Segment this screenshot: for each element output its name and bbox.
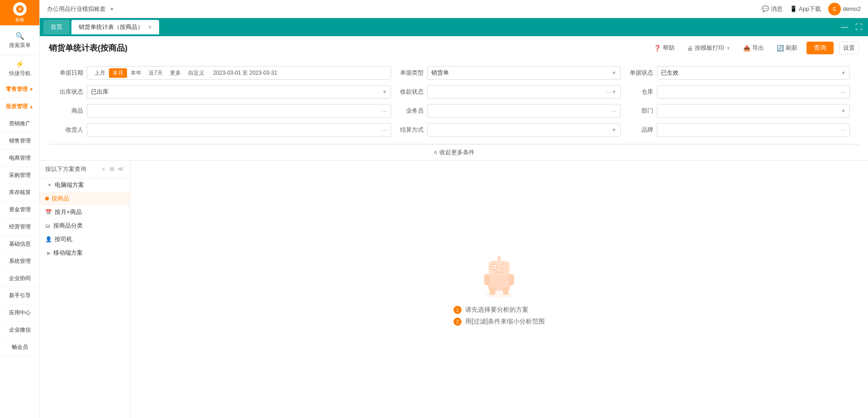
collapse-btn[interactable]: ∧ 收起更多条件 — [49, 144, 859, 160]
tab-close-icon[interactable]: ✕ — [148, 24, 152, 30]
sidebar-item-system[interactable]: 系统管理 — [0, 253, 39, 270]
tab-home[interactable]: 首页 — [43, 20, 70, 34]
sidebar-item-operations[interactable]: 经营管理 — [0, 218, 39, 236]
sidebar-item-marketing[interactable]: 营销推广 — [0, 115, 39, 133]
tab-report[interactable]: 销货单统计表（按商品） ✕ — [71, 20, 159, 34]
payment-dropdown-icon[interactable]: ▼ — [612, 89, 617, 95]
date-tab-more[interactable]: 更多 — [166, 68, 184, 78]
tree-pc-group[interactable]: ▼ 电脑端方案 — [40, 178, 130, 192]
brand-dots[interactable]: ··· — [840, 126, 846, 133]
sidebar-item-basic[interactable]: 基础信息 — [0, 236, 39, 253]
help-btn[interactable]: ❓ 帮助 — [650, 42, 678, 54]
warehouse-dots[interactable]: ··· — [840, 88, 846, 95]
content-area: 销货单统计表(按商品) ❓ 帮助 🖨 按模板打印 ▼ 📤 导出 — [40, 36, 868, 418]
tree-node-by-category[interactable]: 🗂 按商品分类 — [40, 219, 130, 233]
app-download-btn[interactable]: 📱 App下载 — [790, 5, 821, 13]
export-btn[interactable]: 📤 导出 — [740, 42, 768, 54]
dept-control[interactable]: ▼ — [657, 104, 850, 118]
add-scheme-btn[interactable]: ＋ — [100, 165, 107, 173]
node-by-product-label: 按商品 — [52, 195, 69, 203]
mobile-group-arrow: ▶ — [47, 250, 51, 256]
type-dropdown-icon[interactable]: ▼ — [612, 70, 617, 76]
wholesale-arrow: ▲ — [29, 104, 33, 109]
sidebar-item-purchase[interactable]: 采购管理 — [0, 167, 39, 184]
date-label: 单据日期 — [58, 69, 83, 77]
sidebar-item-finance[interactable]: 资金管理 — [0, 201, 39, 218]
sidebar-item-inventory[interactable]: 库存核算 — [0, 184, 39, 201]
tab-maximize-btn[interactable]: ⛶ — [854, 21, 864, 33]
status-dropdown-icon[interactable]: ▼ — [841, 70, 846, 76]
brand-control[interactable]: ··· — [657, 123, 850, 137]
sidebar-search-section[interactable]: 🔍 搜索菜单 — [0, 25, 39, 56]
date-tab-year[interactable]: 本年 — [127, 68, 145, 78]
out-status-control[interactable]: 已出库 ▼ — [87, 85, 391, 99]
filter-dept: 部门 ▼ — [628, 104, 850, 118]
print-btn[interactable]: 🖨 按模板打印 ▼ — [684, 42, 734, 54]
settlement-control[interactable]: ▼ — [427, 123, 620, 137]
sidebar-item-member[interactable]: 畅会员 — [0, 339, 39, 356]
basic-label: 基础信息 — [9, 241, 31, 247]
settings-btn[interactable]: 设置 — [839, 42, 859, 54]
tree-node-by-product[interactable]: 按商品 — [40, 192, 130, 205]
sidebar-item-collab[interactable]: 企业协同 — [0, 270, 39, 287]
brand-input[interactable] — [661, 127, 841, 133]
date-tab-7days[interactable]: 近7天 — [145, 68, 166, 78]
settlement-dropdown-icon[interactable]: ▼ — [612, 127, 617, 133]
page-title-row: 销货单统计表(按商品) ❓ 帮助 🖨 按模板打印 ▼ 📤 导出 — [49, 42, 859, 54]
salesperson-control[interactable]: ··· — [427, 104, 620, 118]
date-tab-prev[interactable]: 上月 — [91, 68, 109, 78]
settlement-input[interactable] — [431, 127, 612, 133]
print-arrow: ▼ — [726, 46, 731, 51]
tab-minimize-btn[interactable]: — — [839, 21, 850, 33]
date-control[interactable]: 上月 本月 本年 近7天 更多 自定义 2023-03-01 至 2023-03… — [87, 66, 391, 80]
tree-mobile-group[interactable]: ▶ 移动端方案 — [40, 246, 130, 260]
type-control[interactable]: 销货单 ▼ — [427, 66, 620, 80]
app-dropdown-arrow[interactable]: ▼ — [109, 6, 114, 12]
sidebar-item-ecommerce[interactable]: 电商管理 — [0, 150, 39, 167]
dept-dropdown-icon[interactable]: ▼ — [841, 108, 846, 114]
dept-input[interactable] — [661, 108, 841, 114]
collapse-panel-btn[interactable]: ≪ — [118, 165, 124, 173]
receiver-control[interactable]: ··· — [87, 123, 391, 137]
goods-dots[interactable]: ··· — [382, 107, 387, 114]
date-tab-cur[interactable]: 本月 — [109, 68, 127, 78]
payment-control[interactable]: ··· ▼ — [427, 85, 620, 99]
sidebar-item-newbie[interactable]: 新手引导 — [0, 287, 39, 304]
salesperson-dots[interactable]: ··· — [611, 107, 617, 114]
warehouse-control[interactable]: ··· — [657, 85, 850, 99]
payment-input[interactable] — [431, 89, 606, 95]
user-btn[interactable]: E demo2 — [828, 3, 861, 15]
sidebar-item-sales[interactable]: 销售管理 — [0, 133, 39, 150]
message-label: 消息 — [771, 5, 783, 13]
receiver-input[interactable] — [91, 127, 382, 133]
status-control[interactable]: 已生效 ▼ — [657, 66, 850, 80]
goods-control[interactable]: ··· — [87, 104, 391, 118]
svg-point-13 — [498, 256, 501, 259]
receiver-dots[interactable]: ··· — [382, 126, 387, 133]
out-status-dropdown-icon[interactable]: ▼ — [382, 89, 387, 95]
sidebar-item-wechat[interactable]: 企业微信 — [0, 322, 39, 339]
refresh-btn[interactable]: 🔄 刷新 — [773, 42, 801, 54]
warehouse-input[interactable] — [661, 89, 841, 95]
status-label: 单据状态 — [628, 69, 653, 77]
sidebar-item-retail[interactable]: 零售管理 ▼ — [0, 81, 39, 98]
sidebar-item-appcenter[interactable]: 应用中心 — [0, 304, 39, 322]
appcenter-label: 应用中心 — [9, 309, 31, 316]
goods-input[interactable] — [91, 108, 382, 114]
date-range-value: 2023-03-01 至 2023-03-31 — [213, 69, 277, 77]
payment-dots[interactable]: ··· — [606, 88, 612, 95]
sidebar-nav-link[interactable]: ⚡ 快捷导航 — [0, 56, 39, 81]
logo-text: 标账 — [15, 17, 24, 23]
sidebar-item-wholesale[interactable]: 批发管理 ▲ — [0, 98, 39, 115]
query-btn[interactable]: 查询 — [807, 42, 834, 54]
tree-node-by-driver[interactable]: 👤 按司机 — [40, 233, 130, 246]
filter-salesperson: 业务员 ··· — [398, 104, 620, 118]
edit-scheme-btn[interactable]: ⊕ — [109, 165, 115, 173]
sidebar-search[interactable]: 🔍 搜索菜单 — [0, 28, 39, 53]
tree-node-by-month-product[interactable]: 📅 按月+商品 — [40, 205, 130, 219]
message-btn[interactable]: 💬 消息 — [762, 5, 783, 13]
tabbar: 首页 销货单统计表（按商品） ✕ — ⛶ — [40, 18, 868, 36]
type-label: 单据类型 — [398, 69, 424, 77]
date-tab-custom[interactable]: 自定义 — [184, 68, 208, 78]
salesperson-input[interactable] — [431, 108, 611, 114]
